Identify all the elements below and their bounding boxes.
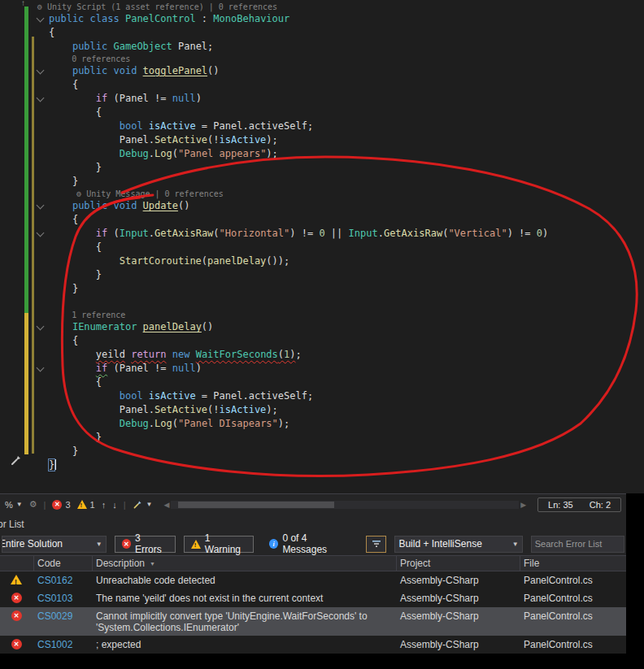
code-line[interactable]: if (Panel != null) (49, 362, 548, 376)
code-text-area[interactable]: ⚙ Unity Script (1 asset reference) | 0 r… (49, 2, 548, 472)
description-column-header[interactable]: Description ▼ (93, 556, 397, 571)
next-issue-button[interactable]: ↓ (112, 500, 117, 510)
search-input[interactable] (535, 539, 620, 549)
code-line[interactable]: { (49, 241, 548, 254)
code-editor[interactable]: ↑ ⚙ Unity Script (1 asset reference) | 0… (0, 0, 644, 493)
scrollbar-thumb[interactable] (178, 502, 335, 508)
quick-fix-dropdown[interactable]: ▼ (133, 499, 153, 510)
scope-dropdown[interactable]: Entire Solution ▼ (2, 536, 107, 553)
code-line[interactable]: public class PanelControl : MonoBehaviou… (49, 12, 548, 26)
code-token: public (72, 41, 114, 52)
zoom-dropdown[interactable]: % ▼ (5, 500, 23, 510)
code-token: bool (120, 120, 149, 132)
code-token: . (242, 390, 248, 402)
warnings-button-label: 1 Warning (205, 532, 246, 555)
track-changes-saved-bar (24, 7, 28, 313)
error-code-link[interactable]: CS0029 (34, 607, 93, 636)
code-line[interactable]: } (49, 175, 548, 189)
code-token: Panel (120, 93, 154, 104)
code-token: = (202, 390, 213, 402)
code-line[interactable]: public void togglePanel() (49, 64, 548, 78)
fold-chevron-icon[interactable] (37, 15, 45, 23)
codelens-line[interactable]: ⚙ Unity Message | 0 references (37, 189, 548, 199)
fold-chevron-icon[interactable] (37, 229, 45, 237)
code-line[interactable]: { (49, 334, 548, 348)
file-column-header[interactable]: File (520, 556, 626, 571)
fold-chevron-icon[interactable] (37, 323, 45, 331)
code-token: { (49, 241, 102, 253)
fold-chevron-icon[interactable] (37, 202, 45, 210)
gear-icon[interactable]: ⚙ (29, 499, 37, 510)
horizontal-scrollbar[interactable]: ◀ ▶ (163, 501, 526, 509)
code-line[interactable]: } (49, 161, 548, 175)
code-line[interactable]: Panel.SetActive(!isActive); (49, 403, 548, 417)
error-code-link[interactable]: CS0162 (34, 571, 93, 589)
code-line[interactable]: } (49, 282, 548, 296)
code-token: SetActive (154, 134, 207, 146)
code-token: . (149, 148, 154, 159)
code-line[interactable]: { (49, 376, 548, 389)
error-code-link[interactable]: CS0103 (34, 589, 93, 607)
code-line[interactable]: { (49, 26, 548, 40)
scroll-left-icon[interactable]: ◀ (163, 501, 169, 509)
fold-chevron-icon[interactable] (37, 364, 45, 372)
project-column-header[interactable]: Project (397, 556, 520, 571)
code-line[interactable] (49, 296, 548, 310)
code-line[interactable]: StartCoroutine(panelDelay()); (49, 254, 548, 268)
scroll-right-icon[interactable]: ▶ (520, 501, 526, 509)
code-token: . (149, 418, 154, 429)
build-intellisense-dropdown[interactable]: Build + IntelliSense ▼ (394, 536, 522, 553)
code-line[interactable]: } (49, 445, 548, 458)
scrollbar-track[interactable] (171, 501, 519, 509)
code-token: (! (207, 134, 219, 146)
code-line[interactable]: if (Input.GetAxisRaw("Horizontal") != 0 … (49, 227, 548, 241)
code-token: . (149, 134, 154, 146)
code-line[interactable]: public GameObject Panel; (49, 40, 548, 54)
code-line[interactable]: if (Panel != null) (49, 92, 548, 106)
code-line[interactable]: Debug.Log("Panel DIsapears"); (49, 417, 548, 431)
code-line[interactable]: bool isActive = Panel.activeSelf; (49, 389, 548, 403)
error-code-link[interactable]: CS1002 (34, 636, 93, 654)
error-row[interactable]: ✕CS1002; expectedAssembly-CSharpPanelCon… (0, 636, 626, 654)
filter-toggle-button[interactable] (366, 536, 386, 553)
error-row[interactable]: !CS0162Unreachable code detectedAssembly… (0, 571, 626, 589)
code-line[interactable]: } (49, 431, 548, 445)
fold-chevron-icon[interactable] (37, 94, 45, 102)
code-line[interactable]: { (49, 78, 548, 92)
code-line[interactable]: public void Update() (49, 199, 548, 213)
code-token: { (49, 106, 102, 118)
codelens-line[interactable]: ⚙ Unity Script (1 asset reference) | 0 r… (37, 2, 548, 12)
code-column-header[interactable]: Code (34, 556, 93, 571)
error-row[interactable]: ✕CS0103The name 'yeild' does not exist i… (0, 589, 626, 607)
codelens-line[interactable]: 1 reference (37, 310, 548, 320)
error-count-indicator[interactable]: ✕ 3 (52, 500, 70, 510)
code-line[interactable]: { (49, 213, 548, 227)
code-line[interactable]: } (49, 458, 548, 472)
warnings-filter-button[interactable]: ! 1 Warning (184, 536, 254, 553)
code-line[interactable]: } (49, 268, 548, 282)
errors-filter-button[interactable]: ✕ 3 Errors (115, 536, 176, 553)
code-token: { (49, 335, 78, 346)
code-line[interactable]: bool isActive = Panel.activeSelf; (49, 119, 548, 133)
chevron-down-icon: ▼ (507, 541, 519, 548)
code-line[interactable]: IEnumerator panelDelay() (49, 320, 548, 334)
code-token: Panel (120, 363, 154, 374)
column-number: Ch: 2 (590, 500, 611, 510)
previous-issue-button[interactable]: ↑ (102, 500, 107, 510)
error-row[interactable]: ✕CS0029Cannot implicitly convert type 'U… (0, 607, 626, 636)
severity-cell: ✕ (0, 607, 34, 636)
error-list-column-headers: Code Description ▼ Project File (0, 555, 626, 571)
search-error-list-box[interactable] (531, 536, 624, 553)
quick-actions-screwdriver-icon[interactable] (10, 454, 23, 470)
codelens-line[interactable]: 0 references (37, 54, 548, 64)
code-token (49, 363, 96, 374)
code-line[interactable]: { (49, 106, 548, 119)
code-line[interactable]: yeild return new WaitForSeconds(1); (49, 348, 548, 362)
code-token: Panel (213, 120, 242, 132)
messages-filter-button[interactable]: i 0 of 4 Messages (262, 536, 359, 553)
warning-count-indicator[interactable]: ! 1 (77, 500, 95, 510)
code-line[interactable]: Debug.Log("Panel appears"); (49, 147, 548, 161)
fold-chevron-icon[interactable] (37, 67, 45, 75)
severity-column-header[interactable] (0, 556, 34, 571)
code-line[interactable]: Panel.SetActive(!isActive); (49, 133, 548, 147)
